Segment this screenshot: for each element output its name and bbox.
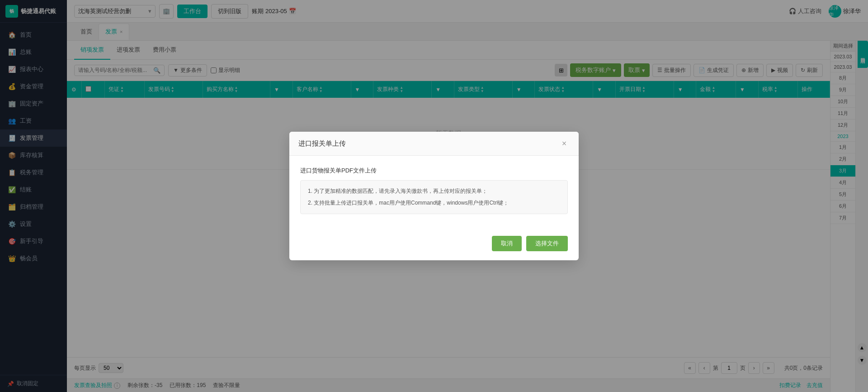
modal-overlay[interactable]: 进口报关单上传 × 进口货物报关单PDF文件上传 1. 为了更加精准的数据匹配，…: [0, 0, 868, 392]
modal-select-file-button[interactable]: 选择文件: [526, 236, 568, 251]
modal-cancel-button[interactable]: 取消: [492, 236, 522, 251]
upload-info-item-1: 2. 支持批量上传进口报关单，mac用户使用Command键，windows用户…: [308, 199, 560, 207]
upload-info-box: 1. 为了更加精准的数据匹配，请先录入海关缴款书，再上传对应的报关单；2. 支持…: [300, 180, 568, 214]
modal-close-button[interactable]: ×: [559, 138, 570, 149]
import-customs-modal: 进口报关单上传 × 进口货物报关单PDF文件上传 1. 为了更加精准的数据匹配，…: [289, 132, 579, 260]
modal-footer: 取消 选择文件: [289, 230, 579, 260]
modal-header: 进口报关单上传 ×: [289, 132, 579, 156]
modal-title: 进口报关单上传: [298, 139, 346, 148]
upload-section-title: 进口货物报关单PDF文件上传: [300, 167, 568, 175]
upload-info-item-0: 1. 为了更加精准的数据匹配，请先录入海关缴款书，再上传对应的报关单；: [308, 187, 560, 196]
modal-body: 进口货物报关单PDF文件上传 1. 为了更加精准的数据匹配，请先录入海关缴款书，…: [289, 156, 579, 230]
